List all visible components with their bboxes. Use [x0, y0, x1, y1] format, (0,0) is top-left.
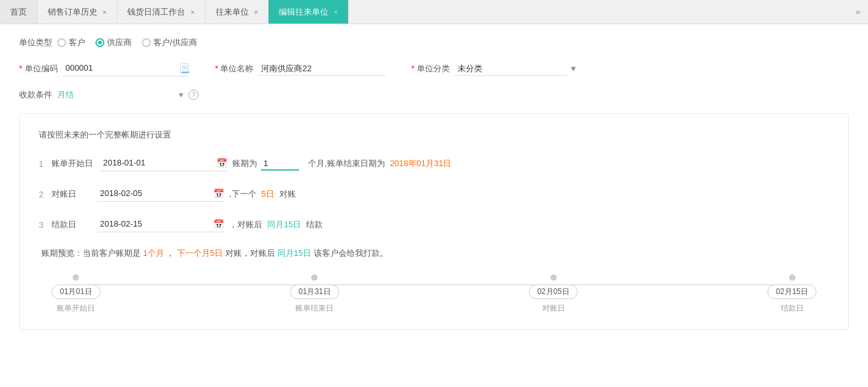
preview-part1: 1个月: [143, 248, 164, 258]
row2-desc-prefix: ,下一个: [229, 188, 256, 200]
preview-part2: 下一个月5日: [177, 248, 223, 258]
radio-customer-label: 客户: [69, 37, 85, 48]
tab-home-label: 首页: [10, 6, 27, 18]
preview-section: 账期预览：当前客户账期是 1个月 ， 下一个月5日 对账，对账后 同月15日 该…: [39, 248, 829, 259]
tab-bar: 首页 销售订单历史 × 钱货日清工作台 × 往来单位 × 编辑往来单位 × »: [0, 0, 868, 24]
period-value-input[interactable]: [261, 157, 299, 171]
payment-terms-select[interactable]: 月结 ▼: [57, 89, 185, 101]
start-date-cal-icon[interactable]: 📅: [216, 158, 227, 168]
timeline-point-2: 01月31日 账单结束日: [290, 274, 339, 314]
payment-date-input[interactable]: [97, 217, 209, 230]
settings-card: 请按照未来的一个完整帐期进行设置 1 账单开始日 📅 账期为 个月,账单结束日期…: [19, 113, 849, 330]
reconcile-date-input-wrapper: 📅: [97, 186, 224, 202]
radio-supplier-circle: [95, 38, 104, 47]
row1-period-end: 2018年01月31日: [390, 158, 452, 169]
unit-code-icon[interactable]: 📃: [179, 63, 190, 73]
tab-cash-reconcile-label: 钱货日清工作台: [127, 6, 185, 18]
payment-terms-label: 收款条件: [19, 89, 52, 101]
unit-code-label: 单位编码: [19, 63, 58, 74]
timeline-date-3: 02月05日: [529, 285, 578, 299]
unit-category-group: 单位分类 ▼: [411, 62, 577, 76]
radio-both-label: 客户/供应商: [153, 37, 197, 48]
unit-code-group: 单位编码 📃: [19, 61, 190, 76]
tab-sales-history[interactable]: 销售订单历史 ×: [38, 0, 117, 24]
timeline-dot-1: [73, 274, 79, 281]
row1-label: 账单开始日: [52, 158, 93, 169]
timeline-label-2: 账单结束日: [295, 303, 333, 314]
row3-desc-suffix: 结款: [306, 219, 323, 230]
reconcile-date-input[interactable]: [97, 186, 209, 200]
radio-both-circle: [142, 38, 151, 47]
tab-partner-units[interactable]: 往来单位 ×: [206, 0, 269, 24]
radio-both[interactable]: 客户/供应商: [142, 37, 197, 48]
timeline-dot-3: [550, 274, 557, 281]
timeline-point-4: 02月15日 结款日: [767, 274, 816, 314]
radio-supplier-label: 供应商: [107, 37, 132, 48]
unit-info-row: 单位编码 📃 单位名称 单位分类 ▼: [19, 61, 849, 76]
unit-type-row: 单位类型 客户 供应商 客户/供应商: [19, 37, 849, 48]
row1-num: 1: [39, 159, 52, 169]
unit-type-group: 单位类型 客户 供应商 客户/供应商: [19, 37, 197, 48]
payment-terms-help[interactable]: ?: [188, 90, 199, 100]
radio-supplier[interactable]: 供应商: [95, 37, 132, 48]
row3-num: 3: [39, 220, 52, 230]
tab-edit-partner[interactable]: 编辑往来单位 ×: [269, 0, 348, 24]
main-content: 单位类型 客户 供应商 客户/供应商 单位编码: [0, 24, 868, 387]
timeline-point-3: 02月05日 对账日: [529, 274, 578, 314]
tab-partner-units-label: 往来单位: [216, 6, 249, 18]
tab-more-button[interactable]: »: [848, 0, 868, 24]
row3-label: 结款日: [52, 219, 90, 230]
payment-terms-value: 月结: [57, 89, 172, 101]
unit-category-select-wrapper: ▼: [455, 62, 577, 76]
unit-code-input[interactable]: [63, 61, 175, 74]
row3-highlight: 同月15日: [267, 219, 301, 230]
preview-label: 账期预览：当前客户账期是: [41, 248, 141, 258]
timeline-dot-4: [789, 274, 795, 281]
unit-type-label: 单位类型: [19, 37, 52, 48]
timeline-date-2: 01月31日: [290, 285, 339, 299]
tab-more-icon: »: [856, 7, 860, 17]
tab-cash-reconcile-close[interactable]: ×: [190, 8, 194, 16]
start-date-input[interactable]: [101, 156, 213, 169]
radio-group: 客户 供应商 客户/供应商: [57, 37, 197, 48]
row2-desc-suffix: 对账: [279, 188, 296, 200]
timeline-label-4: 结款日: [781, 303, 804, 314]
payment-terms-row: 收款条件 月结 ▼ ?: [19, 89, 849, 101]
unit-code-input-wrapper: 📃: [63, 61, 190, 76]
unit-category-input[interactable]: [455, 62, 567, 76]
tab-home[interactable]: 首页: [0, 0, 38, 24]
tab-sales-history-label: 销售订单历史: [48, 6, 97, 18]
row1-period-unit: 个月,账单结束日期为: [308, 158, 385, 169]
timeline-date-1: 01月01日: [52, 285, 101, 299]
timeline-dot-2: [311, 274, 318, 281]
payment-date-cal-icon[interactable]: 📅: [213, 219, 224, 229]
reconcile-date-cal-icon[interactable]: 📅: [213, 188, 224, 199]
tab-edit-partner-label: 编辑往来单位: [279, 6, 328, 18]
unit-name-group: 单位名称: [215, 62, 386, 76]
timeline-label-3: 对账日: [542, 303, 565, 314]
row1-period-label: 账期为: [232, 158, 257, 169]
tab-sales-history-close[interactable]: ×: [102, 8, 106, 16]
unit-name-input[interactable]: [258, 62, 386, 76]
unit-category-arrow[interactable]: ▼: [570, 64, 577, 73]
payment-terms-group: 收款条件 月结 ▼ ?: [19, 89, 199, 101]
timeline-point-1: 01月01日 账单开始日: [52, 274, 101, 314]
radio-customer[interactable]: 客户: [57, 37, 85, 48]
start-date-input-wrapper: 📅: [101, 156, 227, 171]
unit-name-label: 单位名称: [215, 63, 254, 74]
tab-partner-units-close[interactable]: ×: [254, 8, 258, 16]
payment-terms-arrow[interactable]: ▼: [178, 91, 185, 99]
tab-cash-reconcile[interactable]: 钱货日清工作台 ×: [117, 0, 205, 24]
row3-desc-prefix: ，对账后: [229, 219, 262, 230]
timeline-label-1: 账单开始日: [57, 303, 95, 314]
row-start-date: 1 账单开始日 📅 账期为 个月,账单结束日期为 2018年01月31日: [39, 156, 829, 171]
timeline-line: [62, 285, 806, 285]
preview-sep1: ，: [166, 248, 174, 258]
timeline: 01月01日 账单开始日 01月31日 账单结束日 02月05日 对: [52, 274, 816, 314]
row-payment-date: 3 结款日 📅 ，对账后 同月15日 结款: [39, 217, 829, 232]
row2-label: 对账日: [52, 188, 90, 200]
row-reconcile-date: 2 对账日 📅 ,下一个 5日 对账: [39, 186, 829, 202]
timeline-container: 01月01日 账单开始日 01月31日 账单结束日 02月05日 对: [39, 274, 829, 314]
tab-edit-partner-close[interactable]: ×: [333, 8, 337, 16]
payment-date-input-wrapper: 📅: [97, 217, 224, 232]
